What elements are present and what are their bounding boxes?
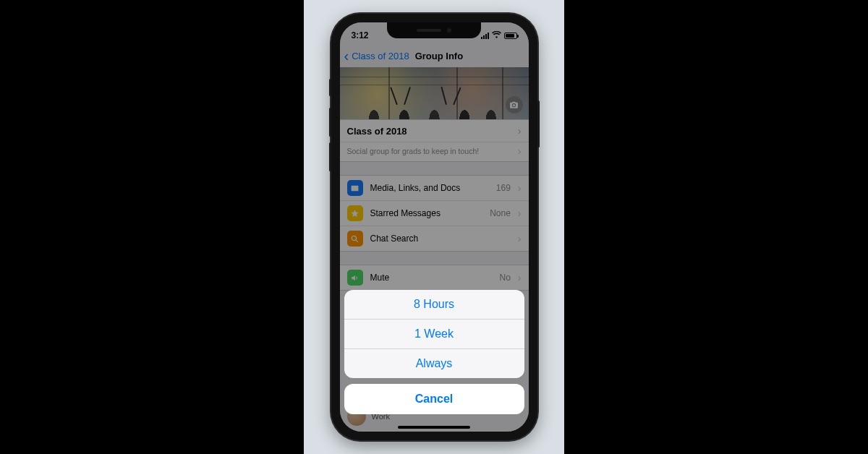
mute-option-1-week[interactable]: 1 Week [344,319,524,348]
mute-option-8-hours[interactable]: 8 Hours [344,290,524,319]
cancel-button[interactable]: Cancel [344,384,524,414]
mute-option-always[interactable]: Always [344,348,524,378]
mute-action-sheet: 8 Hours 1 Week Always Cancel [344,290,524,414]
screen: 3:12 ‹ Class of 2018 Group Info [340,22,529,432]
action-sheet-options: 8 Hours 1 Week Always [344,290,524,378]
iphone-frame: 3:12 ‹ Class of 2018 Group Info [331,14,537,440]
